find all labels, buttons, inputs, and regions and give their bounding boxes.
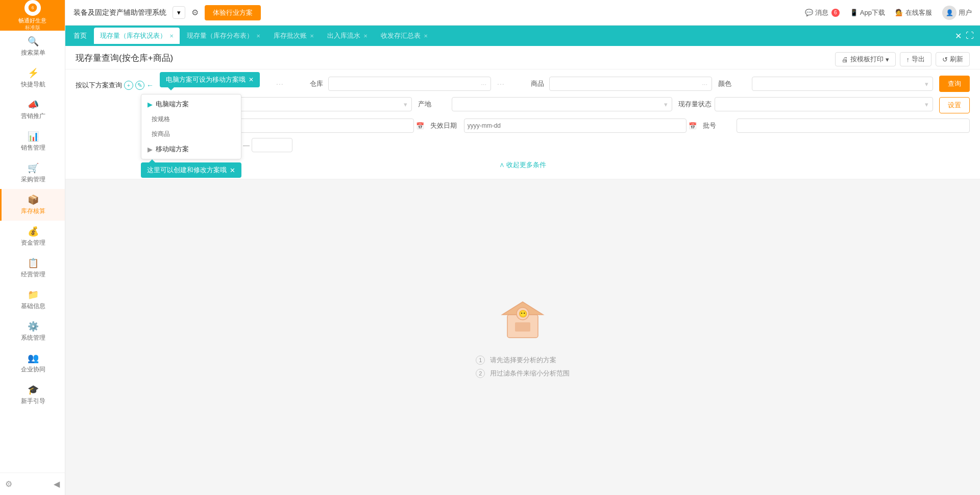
sidebar-label-basicinfo: 基础信息 [21, 302, 45, 311]
nav-icon: ⚡ [28, 67, 39, 79]
warehouse-select[interactable]: ··· [328, 77, 491, 91]
filter-label-text: 按以下方案查询 [76, 81, 122, 90]
collapse-icon: ∧ [499, 161, 505, 169]
message-btn[interactable]: 💬 消息 6 [805, 8, 840, 17]
export-btn[interactable]: ↑ 导出 [900, 52, 932, 66]
prod-date-calendar-icon[interactable]: 📅 [416, 122, 424, 130]
batch-label: 批号 [703, 121, 733, 130]
tab-inventory-dist-label: 现存量（库存分布表） [187, 31, 253, 40]
app-download-label: App下载 [860, 8, 885, 17]
edit-scheme-btn[interactable]: ✎ [135, 81, 144, 90]
support-btn[interactable]: 💁 在线客服 [895, 8, 932, 17]
user-btn[interactable]: 👤 用户 [942, 6, 972, 20]
query-btn[interactable]: 查询 [939, 76, 970, 92]
sidebar-settings-icon[interactable]: ⚙ [5, 479, 12, 489]
sidebar-label-finance: 资金管理 [21, 239, 45, 247]
sidebar-item-operations[interactable]: 📋 经营管理 [0, 252, 65, 284]
tab-summary-close[interactable]: ✕ [424, 33, 428, 39]
tab-batch-label: 库存批次账 [274, 31, 307, 40]
sidebar-label-search: 搜索菜单 [21, 49, 45, 57]
app-subtitle: 标准版 [18, 24, 46, 31]
batch-input[interactable] [737, 119, 970, 133]
tooltip2-close[interactable]: ✕ [230, 167, 235, 174]
tooltip1-close[interactable]: ✕ [249, 76, 254, 83]
sales-icon: 📊 [28, 131, 39, 142]
scheme-arrow-btn[interactable]: ← [146, 81, 154, 89]
tab-batch-close[interactable]: ✕ [310, 33, 314, 39]
sidebar-item-finance[interactable]: 💰 资金管理 [0, 221, 65, 252]
tab-inout[interactable]: 出入库流水 ✕ [321, 28, 374, 44]
gear-icon[interactable]: ⚙ [191, 8, 199, 17]
scheme-pc[interactable]: ▶ 电脑端方案 [141, 97, 241, 112]
tab-summary[interactable]: 收发存汇总表 ✕ [375, 28, 434, 44]
empty-illustration: 😶 [497, 294, 548, 345]
add-scheme-btn[interactable]: + [124, 81, 133, 90]
tab-close-all-icon[interactable]: ✕ [955, 31, 962, 41]
scheme-sub-1[interactable]: 按规格 [141, 112, 241, 127]
warehouse-dots: ··· [276, 80, 307, 88]
stock-qty-max-input[interactable] [252, 138, 292, 152]
industry-btn[interactable]: 体验行业方案 [205, 5, 261, 20]
warehouse-label: 仓库 [310, 79, 325, 88]
export-icon: ↑ [906, 56, 910, 63]
origin-select[interactable]: ▾ [452, 97, 673, 111]
sidebar-item-collab[interactable]: 👥 企业协同 [0, 347, 65, 379]
sidebar-label-operations: 经营管理 [21, 270, 45, 279]
sidebar-item-sales[interactable]: 📊 销售管理 [0, 126, 65, 157]
operations-icon: 📋 [28, 257, 39, 269]
filter-expiry-date: 失效日期 📅 [430, 119, 697, 133]
sidebar-item-guide[interactable]: 🎓 新手引导 [0, 379, 65, 411]
sidebar-collapse-btn[interactable]: ◀ [54, 479, 60, 489]
guide-icon: 🎓 [28, 384, 39, 395]
tab-batch[interactable]: 库存批次账 ✕ [267, 28, 320, 44]
tab-home[interactable]: 首页 [67, 28, 93, 44]
support-icon: 💁 [895, 9, 903, 16]
sidebar-item-system[interactable]: ⚙️ 系统管理 [0, 316, 65, 347]
expiry-date-calendar-icon[interactable]: 📅 [689, 122, 697, 130]
tab-fullscreen-icon[interactable]: ⛶ [966, 31, 974, 40]
color-select[interactable]: ▾ [752, 77, 933, 91]
app-download-btn[interactable]: 📱 App下载 [850, 8, 885, 17]
tab-inventory-status-label: 现存量（库存状况表） [100, 31, 166, 40]
tab-inout-close[interactable]: ✕ [363, 33, 368, 39]
sidebar-item-basicinfo[interactable]: 📁 基础信息 [0, 284, 65, 316]
tab-inventory-status-close[interactable]: ✕ [169, 33, 174, 39]
tab-inventory-dist[interactable]: 现存量（库存分布表） ✕ [181, 28, 266, 44]
sidebar: 6 畅通好生意 标准版 🔍 搜索菜单 ⚡ 快捷导航 📣 营销推广 📊 销售管理 … [0, 0, 65, 495]
expiry-date-input-group: 📅 [464, 119, 697, 133]
expiry-date-input[interactable] [464, 119, 687, 133]
sidebar-item-purchase[interactable]: 🛒 采购管理 [0, 157, 65, 189]
main-content: 装备及固定资产辅助管理系统 ▾ ⚙ 体验行业方案 💬 消息 6 📱 App下载 … [65, 0, 980, 495]
filter-stock-status: 现存量状态 ▾ [678, 97, 933, 111]
settings-btn[interactable]: 设置 [939, 97, 970, 113]
tab-inventory-status[interactable]: 现存量（库存状况表） ✕ [94, 28, 180, 44]
tooltip2-text: 这里可以创建和修改方案哦 [147, 166, 227, 175]
message-icon: 💬 [805, 9, 813, 16]
sub2-label: 按商品 [152, 130, 170, 138]
scheme-sub-2[interactable]: 按商品 [141, 127, 241, 142]
system-title: 装备及固定资产辅助管理系统 [74, 8, 166, 17]
system-dropdown[interactable]: ▾ [173, 6, 185, 19]
scheme-mobile-label: 移动端方案 [156, 145, 189, 154]
refresh-btn[interactable]: ↺ 刷新 [936, 52, 970, 66]
origin-label: 产地 [418, 100, 449, 109]
sidebar-item-nav[interactable]: ⚡ 快捷导航 [0, 62, 65, 94]
empty-tips: 1 请先选择要分析的方案 2 用过滤条件来缩小分析范围 [476, 353, 570, 380]
stock-status-select[interactable]: ▾ [715, 97, 933, 111]
tab-summary-label: 收发存汇总表 [381, 31, 421, 40]
tab-home-label: 首页 [74, 31, 87, 40]
sidebar-item-search[interactable]: 🔍 搜索菜单 [0, 31, 65, 62]
scheme-mobile[interactable]: ▶ 移动端方案 [141, 142, 241, 157]
size-arrow: ▾ [404, 101, 407, 108]
support-label: 在线客服 [905, 8, 932, 17]
sidebar-item-inventory[interactable]: 📦 库存核算 [0, 189, 65, 221]
print-template-btn[interactable]: 🖨 按模板打印 ▾ [835, 52, 896, 66]
product-select[interactable]: ··· [549, 77, 712, 91]
collapse-label: 收起更多条件 [506, 161, 546, 169]
product-arrow: ··· [702, 80, 707, 88]
tip2-number: 2 [476, 369, 485, 378]
sidebar-label-inventory: 库存核算 [21, 207, 45, 216]
sidebar-item-marketing[interactable]: 📣 营销推广 [0, 94, 65, 126]
phone-icon: 📱 [850, 9, 858, 16]
tab-inventory-dist-close[interactable]: ✕ [256, 33, 260, 39]
